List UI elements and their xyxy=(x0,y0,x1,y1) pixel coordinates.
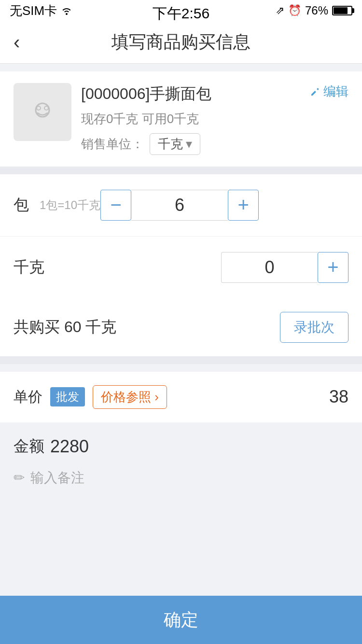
total-label: 共购买 60 千克 xyxy=(14,317,280,338)
price-value: 38 xyxy=(329,387,348,407)
product-stock: 现存0千克 可用0千克 xyxy=(81,111,348,127)
edit-icon xyxy=(310,86,320,97)
page-title: 填写商品购买信息 xyxy=(111,30,251,54)
amount-row: 金额 2280 xyxy=(14,436,348,457)
bao-plus-button[interactable]: + xyxy=(228,190,259,221)
bao-controls: − + xyxy=(100,190,259,221)
battery-icon xyxy=(332,6,352,15)
carrier-text: 无SIM卡 xyxy=(10,2,57,19)
amount-section: 金额 2280 ✏ 输入备注 xyxy=(0,422,362,499)
bao-label: 包 xyxy=(14,195,29,216)
kg-row: 千克 + xyxy=(0,237,362,298)
minus-icon: − xyxy=(110,194,121,216)
alarm-icon: ⏰ xyxy=(288,4,301,17)
bao-section: 包 1包=10千克 − + 千克 + xyxy=(0,174,362,298)
unit-select[interactable]: 千克 ▾ xyxy=(150,133,200,155)
kg-plus-button[interactable]: + xyxy=(318,252,348,283)
kg-label: 千克 xyxy=(14,257,221,278)
edit-label: 编辑 xyxy=(323,83,348,100)
bao-input[interactable] xyxy=(131,190,228,221)
product-card: [0000006]手撕面包 现存0千克 可用0千克 销售单位： 千克 ▾ 编辑 xyxy=(0,71,362,167)
wifi-icon xyxy=(61,6,72,15)
bao-minus-button[interactable]: − xyxy=(100,190,131,221)
back-button[interactable]: ‹ xyxy=(14,31,20,53)
product-unit-row: 销售单位： 千克 ▾ xyxy=(81,133,348,155)
batch-button[interactable]: 录批次 xyxy=(280,312,348,343)
dropdown-icon: ▾ xyxy=(186,137,192,152)
kg-plus-icon: + xyxy=(327,256,338,278)
status-time: 下午2:56 xyxy=(153,4,209,24)
unit-label: 销售单位： xyxy=(81,136,144,153)
location-icon: ⇗ xyxy=(276,4,284,17)
svg-point-2 xyxy=(44,106,48,110)
svg-point-1 xyxy=(37,106,41,110)
remark-row[interactable]: ✏ 输入备注 xyxy=(14,469,348,499)
nav-bar: ‹ 填写商品购买信息 xyxy=(0,21,362,64)
remark-placeholder: 输入备注 xyxy=(30,469,84,487)
status-carrier: 无SIM卡 xyxy=(10,2,72,19)
bao-row: 包 1包=10千克 − + xyxy=(0,174,362,237)
kg-controls: + xyxy=(221,252,348,283)
price-section: 单价 批发 价格参照 › 38 xyxy=(0,372,362,422)
total-row: 共购买 60 千克 录批次 xyxy=(0,298,362,356)
amount-value: 2280 xyxy=(50,436,89,457)
product-image xyxy=(14,83,71,141)
status-bar: 无SIM卡 下午2:56 ⇗ ⏰ 76% xyxy=(0,0,362,21)
price-tag: 批发 xyxy=(50,387,85,406)
unit-value: 千克 xyxy=(158,136,183,153)
amount-label: 金额 xyxy=(14,436,44,457)
confirm-label: 确定 xyxy=(164,608,198,632)
price-label: 单价 xyxy=(14,387,42,407)
price-ref-button[interactable]: 价格参照 › xyxy=(93,385,167,409)
section-divider-2 xyxy=(0,356,362,364)
kg-input[interactable] xyxy=(221,252,318,283)
edit-button[interactable]: 编辑 xyxy=(310,83,348,100)
confirm-button[interactable]: 确定 xyxy=(0,596,362,644)
section-divider-1 xyxy=(0,167,362,174)
product-info: [0000006]手撕面包 现存0千克 可用0千克 销售单位： 千克 ▾ xyxy=(81,83,348,155)
plus-icon: + xyxy=(237,194,249,216)
price-row: 单价 批发 价格参照 › 38 xyxy=(14,385,348,409)
battery-percent: 76% xyxy=(305,4,328,17)
status-right: ⇗ ⏰ 76% xyxy=(276,4,352,17)
remark-icon: ✏ xyxy=(14,470,25,486)
product-name: [0000006]手撕面包 xyxy=(81,83,348,105)
bao-hint: 1包=10千克 xyxy=(40,197,100,213)
